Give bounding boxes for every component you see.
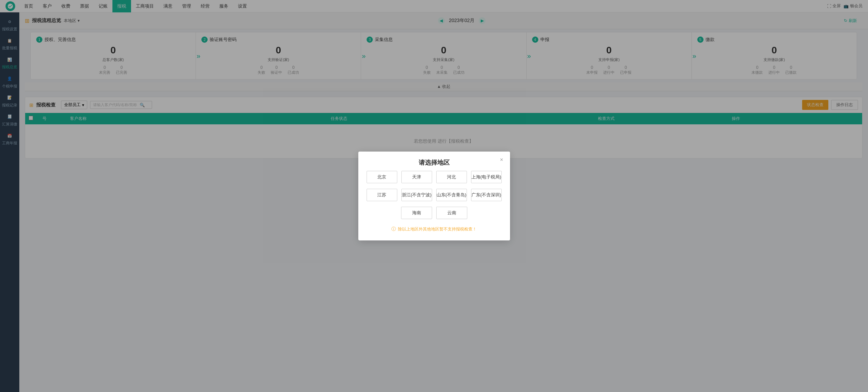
region-row-2: 江苏 浙江(不含宁波) 山东(不含青岛) 广东(不含深圳) (367, 189, 502, 201)
region-hainan[interactable]: 海南 (401, 207, 432, 219)
region-shandong[interactable]: 山东(不含青岛) (436, 189, 467, 201)
modal-title: 请选择地区 (367, 158, 502, 167)
region-row-3: 海南 云南 (367, 207, 502, 219)
warning-icon: ⓘ (391, 226, 396, 232)
modal-warning: ⓘ 除以上地区外其他地区暂不支持报税检查！ (367, 226, 502, 232)
region-row-1: 北京 天津 河北 上海(电子税局) (367, 171, 502, 183)
region-hebei[interactable]: 河北 (436, 171, 467, 183)
region-tianjin[interactable]: 天津 (401, 171, 432, 183)
region-select-modal: 请选择地区 × 北京 天津 河北 上海(电子税局) 江苏 浙江(不含宁波) 山东… (358, 152, 510, 240)
modal-close-btn[interactable]: × (498, 156, 505, 163)
modal-body: 北京 天津 河北 上海(电子税局) 江苏 浙江(不含宁波) 山东(不含青岛) 广… (358, 171, 510, 240)
region-shanghai[interactable]: 上海(电子税局) (471, 171, 502, 183)
modal-header: 请选择地区 × (358, 152, 510, 171)
region-zhejiang[interactable]: 浙江(不含宁波) (401, 189, 432, 201)
region-beijing[interactable]: 北京 (367, 171, 397, 183)
modal-overlay: 请选择地区 × 北京 天津 河北 上海(电子税局) 江苏 浙江(不含宁波) 山东… (0, 0, 868, 392)
region-guangdong[interactable]: 广东(不含深圳) (471, 189, 502, 201)
region-jiangsu[interactable]: 江苏 (367, 189, 397, 201)
region-yunnan[interactable]: 云南 (436, 207, 467, 219)
